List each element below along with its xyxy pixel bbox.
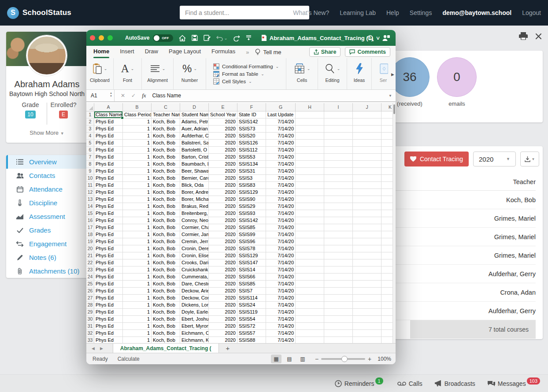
cell-F14[interactable]: SSIS29 — [237, 203, 266, 210]
cell-B4[interactable]: 1 — [123, 133, 152, 140]
search-icon[interactable] — [367, 35, 374, 41]
vertical-scrollbar[interactable] — [392, 103, 396, 343]
cell-E27[interactable]: 2020 — [209, 295, 237, 302]
cell-D11[interactable]: Blick, Oda — [180, 182, 209, 189]
row-header-3[interactable]: 3 — [86, 126, 94, 133]
cell-B8[interactable]: 1 — [123, 161, 152, 168]
cell-D9[interactable]: Beer, Shawa — [180, 168, 209, 175]
cell-D29[interactable]: Doyle, Earlea — [180, 309, 209, 316]
cell-I22[interactable] — [324, 259, 353, 266]
cell-E4[interactable]: 2020 — [209, 133, 237, 140]
scrollbar-thumb[interactable] — [393, 104, 395, 114]
cell-G28[interactable]: 7/14/20 — [266, 302, 296, 309]
cell-A31[interactable]: Phys Ed — [94, 323, 123, 330]
ribbon-conditional-formatting[interactable]: Conditional Formatting⌄ — [213, 63, 279, 70]
nav-link-logout[interactable]: Logout — [522, 9, 541, 16]
cell-G18[interactable]: 7/14/20 — [266, 231, 296, 238]
sidebar-item-grades[interactable]: Grades — [6, 223, 88, 237]
cell-H18[interactable] — [296, 231, 324, 238]
row-header-11[interactable]: 11 — [86, 182, 94, 189]
nav-link-demo-baytown-school[interactable]: demo@baytown.school — [442, 9, 511, 16]
formula-value[interactable]: Class Name — [152, 92, 181, 99]
year-dropdown[interactable]: 2020 ▼ — [473, 152, 516, 166]
cell-C1[interactable]: Teacher Name — [152, 111, 180, 118]
row-header-6[interactable]: 6 — [86, 147, 94, 154]
sidebar-item-discipline[interactable]: Discipline — [6, 196, 88, 210]
cell-G32[interactable]: 7/14/20 — [266, 330, 296, 337]
cell-G17[interactable]: 7/14/20 — [266, 224, 296, 231]
cell-F33[interactable]: SSIS88 — [237, 337, 266, 343]
cell-E12[interactable]: 2020 — [209, 189, 237, 196]
cell-G21[interactable]: 7/14/20 — [266, 252, 296, 259]
cell-J5[interactable] — [353, 140, 381, 147]
cell-C5[interactable]: Koch, Bob — [152, 140, 180, 147]
share-person-icon[interactable] — [382, 34, 390, 41]
cell-G15[interactable]: 7/14/20 — [266, 210, 296, 217]
cancel-entry-icon[interactable]: ✕ — [121, 92, 125, 99]
cell-A28[interactable]: Phys Ed — [94, 302, 123, 309]
cell-B28[interactable]: 1 — [123, 302, 152, 309]
cell-F7[interactable]: SSIS53 — [237, 154, 266, 161]
cell-A3[interactable]: Phys Ed — [94, 126, 123, 133]
cell-E28[interactable]: 2020 — [209, 302, 237, 309]
cell-F1[interactable]: State ID — [237, 111, 266, 118]
cell-B21[interactable]: 1 — [123, 252, 152, 259]
cell-A1[interactable]: Class Name — [94, 111, 123, 118]
cell-F15[interactable]: SSIS93 — [237, 210, 266, 217]
cell-A10[interactable]: Phys Ed — [94, 175, 123, 182]
cell-I19[interactable] — [324, 238, 353, 245]
cell-B24[interactable]: 1 — [123, 274, 152, 281]
cell-E18[interactable]: 2020 — [209, 231, 237, 238]
cell-G23[interactable]: 7/14/20 — [266, 266, 296, 274]
cell-F27[interactable]: SSIS114 — [237, 295, 266, 302]
cell-D26[interactable]: Deckow, Arie — [180, 288, 209, 295]
cell-F23[interactable]: SSIS14 — [237, 266, 266, 274]
contact-tracing-button[interactable]: Contact Tracing — [404, 152, 469, 166]
cell-F20[interactable]: SSIS78 — [237, 245, 266, 252]
cell-E23[interactable]: 2020 — [209, 266, 237, 274]
cell-G13[interactable]: 7/14/20 — [266, 196, 296, 203]
cell-A30[interactable]: Phys Ed — [94, 316, 123, 323]
cell-H6[interactable] — [296, 147, 324, 154]
row-header-22[interactable]: 22 — [86, 259, 94, 266]
cell-H17[interactable] — [296, 224, 324, 231]
cell-H20[interactable] — [296, 245, 324, 252]
cell-G1[interactable]: Last Update — [266, 111, 296, 118]
sheet-prev-icon[interactable]: ◀ — [92, 346, 95, 351]
cell-C3[interactable]: Koch, Bob — [152, 126, 180, 133]
cell-F17[interactable]: SSIS85 — [237, 224, 266, 231]
cell-F6[interactable]: SSIS112 — [237, 147, 266, 154]
cell-C2[interactable]: Koch, Bob — [152, 118, 180, 126]
cell-I16[interactable] — [324, 217, 353, 224]
cell-B14[interactable]: 1 — [123, 203, 152, 210]
cell-G24[interactable]: 7/14/20 — [266, 274, 296, 281]
cell-J1[interactable] — [353, 111, 381, 118]
cell-C9[interactable]: Koch, Bob — [152, 168, 180, 175]
normal-view-icon[interactable]: ▦ — [271, 355, 281, 363]
cell-E22[interactable]: 2020 — [209, 259, 237, 266]
add-sheet-icon[interactable]: + — [226, 344, 230, 352]
spinner-icon[interactable]: ▲▼ — [110, 92, 112, 98]
cell-H5[interactable] — [296, 140, 324, 147]
cell-F21[interactable]: SSIS129 — [237, 252, 266, 259]
cell-A26[interactable]: Phys Ed — [94, 288, 123, 295]
sidebar-item-attachments-10[interactable]: Attachments (10) — [6, 264, 88, 278]
cell-D17[interactable]: Cormier, Cha — [180, 224, 209, 231]
cell-H2[interactable] — [296, 118, 324, 126]
cell-I27[interactable] — [324, 295, 353, 302]
sidebar-item-overview[interactable]: Overview — [6, 155, 88, 169]
cell-D16[interactable]: Conroy, Neor — [180, 217, 209, 224]
row-header-25[interactable]: 25 — [86, 281, 94, 288]
cell-A17[interactable]: Phys Ed — [94, 224, 123, 231]
cell-D25[interactable]: Dare, Cheste — [180, 281, 209, 288]
cell-G26[interactable]: 7/14/20 — [266, 288, 296, 295]
edit-sheet-icon[interactable] — [204, 35, 211, 41]
row-header-1[interactable]: 1 — [86, 111, 94, 118]
cell-D1[interactable]: Student Name — [180, 111, 209, 118]
cell-B25[interactable]: 1 — [123, 281, 152, 288]
cell-C12[interactable]: Koch, Bob — [152, 189, 180, 196]
column-header-i[interactable]: I — [324, 103, 353, 111]
cell-B30[interactable]: 1 — [123, 316, 152, 323]
cell-D20[interactable]: Cronin, Derel — [180, 245, 209, 252]
cell-A24[interactable]: Phys Ed — [94, 274, 123, 281]
